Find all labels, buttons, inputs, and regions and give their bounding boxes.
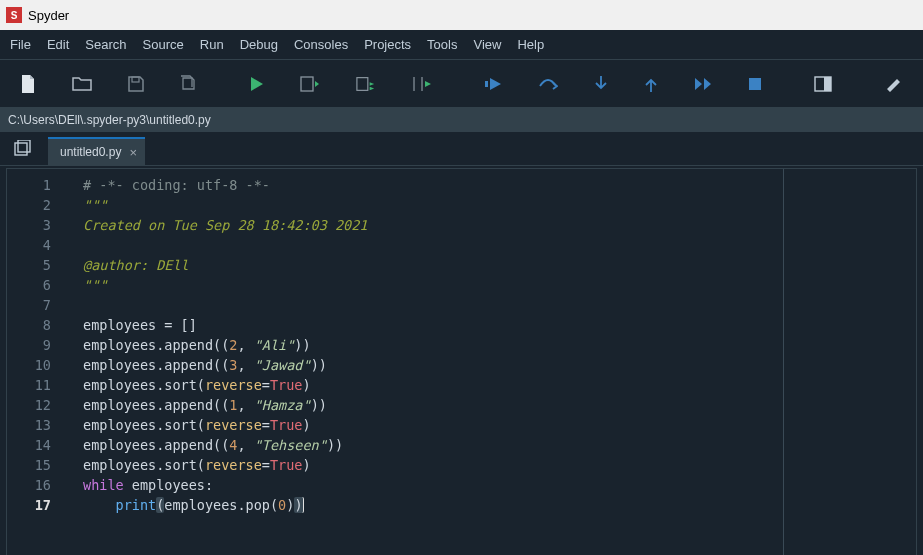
menu-projects[interactable]: Projects	[358, 34, 417, 55]
menu-debug[interactable]: Debug	[234, 34, 284, 55]
svg-rect-4	[749, 78, 761, 90]
title-bar: S Spyder	[0, 0, 923, 30]
menu-source[interactable]: Source	[137, 34, 190, 55]
open-folder-icon[interactable]	[72, 74, 92, 94]
line-number: 10	[7, 355, 51, 375]
browse-tabs-icon[interactable]	[10, 135, 36, 161]
run-cell-advance-icon[interactable]	[356, 74, 376, 94]
step-over-icon[interactable]	[538, 74, 558, 94]
line-number-current: 17	[7, 495, 51, 515]
line-number: 4	[7, 235, 51, 255]
debug-icon[interactable]	[484, 74, 502, 94]
preferences-icon[interactable]	[884, 74, 902, 94]
menu-run[interactable]: Run	[194, 34, 230, 55]
line-number: 5	[7, 255, 51, 275]
code-text: Created on Tue Sep 28 18:42:03 2021	[83, 217, 367, 233]
new-file-icon[interactable]	[20, 74, 36, 94]
code-text: employees = []	[83, 317, 197, 333]
menu-file[interactable]: File	[4, 34, 37, 55]
tab-untitled0[interactable]: untitled0.py ×	[48, 137, 145, 165]
svg-rect-2	[357, 77, 368, 90]
run-icon[interactable]	[250, 74, 264, 94]
run-cell-icon[interactable]	[300, 74, 320, 94]
code-text: """	[83, 277, 107, 293]
step-into-icon[interactable]	[594, 74, 608, 94]
line-number: 7	[7, 295, 51, 315]
line-number: 3	[7, 215, 51, 235]
code-area[interactable]: # -*- coding: utf-8 -*- """ Created on T…	[63, 169, 916, 555]
path-bar: C:\Users\DEll\.spyder-py3\untitled0.py	[0, 108, 923, 132]
line-number: 8	[7, 315, 51, 335]
line-number: 11	[7, 375, 51, 395]
line-number: 1	[7, 175, 51, 195]
file-path: C:\Users\DEll\.spyder-py3\untitled0.py	[8, 113, 211, 127]
svg-rect-8	[15, 143, 27, 155]
line-number-gutter: 1 2 3 4 5 6 7 8 9 10 11 12 13 14 15 16 1…	[7, 169, 63, 555]
code-text: @author: DEll	[83, 257, 189, 273]
editor-tab-row: untitled0.py ×	[0, 132, 923, 166]
save-icon[interactable]	[128, 74, 144, 94]
line-number: 6	[7, 275, 51, 295]
save-all-icon[interactable]	[180, 74, 198, 94]
menu-edit[interactable]: Edit	[41, 34, 75, 55]
line-number: 12	[7, 395, 51, 415]
step-out-icon[interactable]	[644, 74, 658, 94]
menu-bar: File Edit Search Source Run Debug Consol…	[0, 30, 923, 60]
menu-search[interactable]: Search	[79, 34, 132, 55]
svg-rect-1	[301, 77, 313, 91]
code-text: # -*- coding: utf-8 -*-	[83, 177, 270, 193]
line-number: 2	[7, 195, 51, 215]
line-number: 9	[7, 335, 51, 355]
spyder-logo-icon: S	[6, 7, 22, 23]
continue-icon[interactable]	[694, 74, 712, 94]
ruler-line	[783, 169, 784, 555]
tab-close-icon[interactable]: ×	[129, 145, 137, 160]
line-number: 15	[7, 455, 51, 475]
line-number: 14	[7, 435, 51, 455]
tab-label: untitled0.py	[60, 145, 121, 159]
code-text: """	[83, 197, 107, 213]
line-number: 13	[7, 415, 51, 435]
toolbar	[0, 60, 923, 108]
stop-debug-icon[interactable]	[748, 74, 762, 94]
maximize-pane-icon[interactable]	[814, 74, 832, 94]
menu-tools[interactable]: Tools	[421, 34, 463, 55]
menu-help[interactable]: Help	[511, 34, 550, 55]
svg-rect-3	[485, 81, 488, 87]
menu-view[interactable]: View	[467, 34, 507, 55]
app-title: Spyder	[28, 8, 69, 23]
code-editor[interactable]: 1 2 3 4 5 6 7 8 9 10 11 12 13 14 15 16 1…	[6, 168, 917, 555]
svg-rect-9	[18, 140, 30, 152]
line-number: 16	[7, 475, 51, 495]
run-selection-icon[interactable]	[412, 74, 432, 94]
svg-rect-6	[824, 77, 831, 91]
menu-consoles[interactable]: Consoles	[288, 34, 354, 55]
